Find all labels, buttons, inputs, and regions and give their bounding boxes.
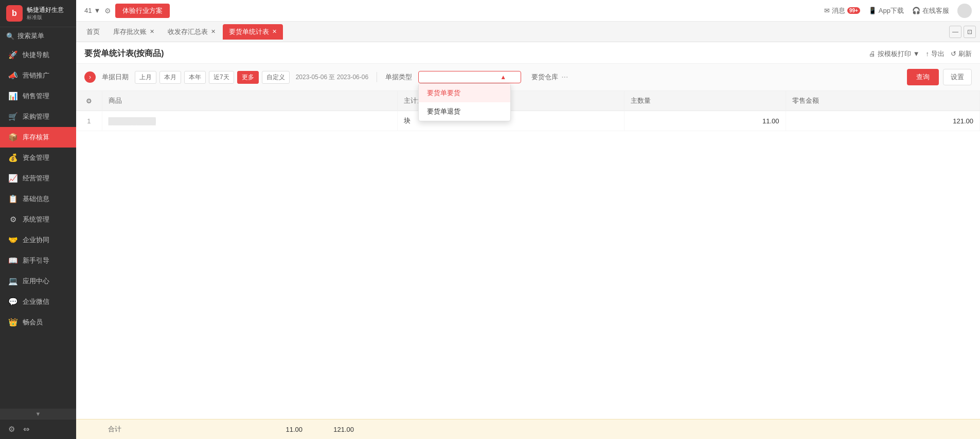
tab-shoufa-huizong[interactable]: 收发存汇总表 ✕ (162, 24, 222, 40)
store-dropdown-icon: ▼ (94, 7, 100, 14)
sidebar-item-weixin[interactable]: 💬 企业微信 (0, 291, 76, 312)
sidebar-bottom: ⚙ ⇔ (0, 419, 76, 439)
industry-btn[interactable]: 体验行业方案 (115, 4, 170, 18)
collapse-icon[interactable]: ⇔ (23, 425, 30, 434)
sidebar-item-huiyuan[interactable]: 👑 畅会员 (0, 312, 76, 333)
sidebar-item-yingyong[interactable]: 💻 应用中心 (0, 271, 76, 291)
sidebar-search[interactable]: 🔍 搜索菜单 (0, 27, 76, 45)
type-option-yaohuo[interactable]: 要货单要货 (419, 84, 510, 102)
refresh-btn[interactable]: ↺ 刷新 (951, 49, 972, 59)
sidebar-nav: 🚀 快捷导航 📣 营销推广 📊 销售管理 🛒 采购管理 📦 库存核算 💰 资金管… (0, 45, 76, 409)
filter-expand-btn[interactable]: › (84, 71, 96, 83)
tabs-minimize-btn[interactable]: — (949, 26, 961, 38)
jichu-icon: 📋 (8, 194, 17, 204)
tabs-maximize-btn[interactable]: ⊡ (964, 26, 976, 38)
main-content: 41 ▼ ⚙ 体验行业方案 ✉ 消息 99+ 📱 App下载 🎧 在线客服 (76, 0, 980, 439)
data-table: ⚙ 商品 主计量单位 主数量 零售金额 1 ██████████ 块 1 (76, 91, 980, 131)
zijin-icon: 💰 (8, 153, 17, 162)
export-icon: ↑ (926, 50, 930, 58)
footer-amount: 121.00 (309, 426, 360, 433)
topbar-right: ✉ 消息 99+ 📱 App下载 🎧 在线客服 (824, 4, 972, 18)
sidebar-item-qiye[interactable]: 🤝 企业协同 (0, 230, 76, 250)
topbar-gear-icon[interactable]: ⚙ (104, 7, 111, 15)
tab-kucun-pici[interactable]: 库存批次账 ✕ (107, 24, 161, 40)
sidebar-item-label: 新手引导 (23, 256, 49, 265)
filter-divider-1 (377, 72, 377, 82)
service-btn[interactable]: 🎧 在线客服 (912, 6, 949, 15)
sidebar-item-xiaoshou[interactable]: 📊 销售管理 (0, 86, 76, 106)
date-this-year-btn[interactable]: 本年 (184, 71, 206, 84)
tab-close-icon[interactable]: ✕ (272, 28, 277, 35)
topbar: 41 ▼ ⚙ 体验行业方案 ✉ 消息 99+ 📱 App下载 🎧 在线客服 (76, 0, 980, 22)
tab-label: 收发存汇总表 (168, 27, 208, 36)
sidebar: b 畅捷通好生意 标准版 🔍 搜索菜单 🚀 快捷导航 📣 营销推广 📊 销售管理… (0, 0, 76, 439)
messages-btn[interactable]: ✉ 消息 99+ (824, 6, 860, 15)
type-filter-label: 单据类型 (385, 72, 412, 82)
yingyong-icon: 💻 (8, 277, 17, 286)
app-name: 畅捷通好生意 (27, 6, 64, 14)
app-download-label: App下载 (879, 6, 904, 15)
tab-close-icon[interactable]: ✕ (211, 28, 216, 35)
type-select-arrow-up[interactable]: ▲ (500, 74, 506, 81)
sidebar-item-kucun[interactable]: 📦 库存核算 (0, 127, 76, 148)
date-last-month-btn[interactable]: 上月 (135, 71, 156, 84)
weixin-icon: 💬 (8, 297, 17, 306)
sidebar-item-label: 系统管理 (23, 215, 49, 224)
warehouse-more-icon[interactable]: ··· (561, 72, 568, 82)
xinshou-icon: 📖 (8, 256, 17, 265)
sidebar-item-jingying[interactable]: 📈 经营管理 (0, 168, 76, 189)
settings-gear-icon[interactable]: ⚙ (8, 425, 15, 434)
table-footer: 合计 11.00 121.00 (76, 419, 980, 439)
type-select-box[interactable]: ▲ (418, 71, 521, 83)
export-btn[interactable]: ↑ 导出 (926, 49, 945, 59)
sidebar-item-label: 畅会员 (23, 318, 43, 327)
sidebar-item-label: 营销推广 (23, 71, 49, 80)
date-more-btn[interactable]: 更多 (237, 71, 259, 84)
table-row: 1 ██████████ 块 11.00 121.00 (76, 111, 980, 131)
sidebar-item-xitong[interactable]: ⚙ 系统管理 (0, 209, 76, 230)
type-select-container: ▲ 要货单要货 要货单退货 (418, 71, 521, 83)
sidebar-item-yingxiao[interactable]: 📣 营销推广 (0, 65, 76, 86)
date-this-month-btn[interactable]: 本月 (159, 71, 181, 84)
page-title: 要货单统计表(按商品) (84, 48, 164, 59)
sidebar-item-jichu[interactable]: 📋 基础信息 (0, 189, 76, 209)
query-btn[interactable]: 查询 (907, 69, 939, 85)
col-amount: 零售金额 (786, 91, 980, 111)
sidebar-item-label: 资金管理 (23, 153, 49, 162)
row-index: 1 (76, 111, 102, 131)
type-option-tuihuo[interactable]: 要货单退货 (419, 102, 510, 121)
tab-label: 首页 (86, 27, 100, 36)
jingying-icon: 📈 (8, 174, 17, 183)
row-product: ██████████ (102, 111, 397, 131)
sidebar-scroll-down[interactable]: ▼ (0, 409, 76, 419)
app-logo-icon: b (6, 5, 23, 22)
kucun-icon: 📦 (8, 133, 17, 142)
page-header: 要货单统计表(按商品) 🖨 按模板打印 ▼ ↑ 导出 ↺ 刷新 (76, 42, 980, 64)
type-dropdown: 要货单要货 要货单退货 (418, 83, 511, 121)
tab-home[interactable]: 首页 (80, 24, 106, 40)
tab-yaohuo-tongji[interactable]: 要货单统计表 ✕ (223, 24, 283, 40)
sidebar-item-kuaijie[interactable]: 🚀 快捷导航 (0, 45, 76, 65)
app-download-btn[interactable]: 📱 App下载 (868, 6, 904, 15)
sidebar-item-label: 应用中心 (23, 277, 49, 286)
download-icon: 📱 (868, 7, 877, 14)
yingxiao-icon: 📣 (8, 71, 17, 80)
sidebar-item-xinshou[interactable]: 📖 新手引导 (0, 250, 76, 271)
sidebar-item-zijin[interactable]: 💰 资金管理 (0, 148, 76, 168)
settings-btn[interactable]: 设置 (943, 69, 972, 85)
print-btn[interactable]: 🖨 按模板打印 ▼ (869, 49, 920, 59)
store-selector[interactable]: 41 ▼ (84, 7, 100, 14)
topbar-left: 41 ▼ ⚙ 体验行业方案 (84, 4, 818, 18)
col-settings[interactable]: ⚙ (76, 91, 102, 111)
sidebar-item-caigou[interactable]: 🛒 采购管理 (0, 106, 76, 127)
user-avatar[interactable] (957, 4, 972, 18)
date-custom-btn[interactable]: 自定义 (262, 71, 290, 84)
tab-close-icon[interactable]: ✕ (150, 28, 154, 35)
date-7days-btn[interactable]: 近7天 (209, 71, 234, 84)
store-name: 41 (84, 7, 92, 14)
sidebar-item-label: 企业协同 (23, 235, 49, 245)
caigou-icon: 🛒 (8, 112, 17, 121)
huiyuan-icon: 👑 (8, 318, 17, 327)
sidebar-item-label: 采购管理 (23, 112, 49, 121)
filter-actions: 查询 设置 (907, 69, 972, 85)
